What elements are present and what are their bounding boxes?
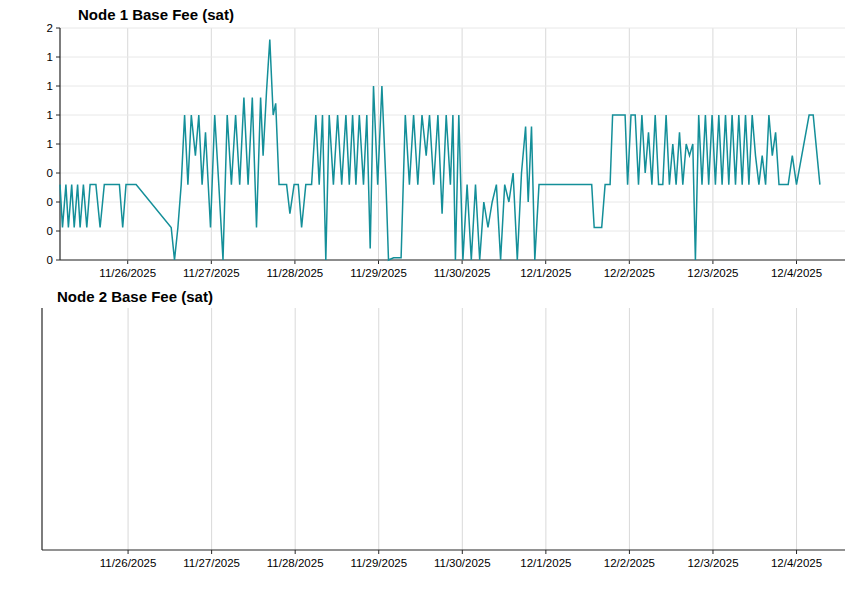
x-tick-label: 12/4/2025 [771, 557, 822, 569]
x-tick-label: 11/30/2025 [434, 557, 491, 569]
x-tick-label: 11/29/2025 [350, 557, 407, 569]
y-tick-label: 0 [47, 167, 53, 179]
y-tick-label: 1 [47, 138, 53, 150]
x-tick-label: 11/26/2025 [100, 557, 157, 569]
x-tick-label: 12/3/2025 [687, 557, 738, 569]
x-tick-label: 12/1/2025 [520, 557, 571, 569]
x-tick-label: 12/2/2025 [604, 267, 655, 279]
x-tick-label: 11/26/2025 [99, 267, 156, 279]
x-tick-label: 11/27/2025 [183, 557, 240, 569]
y-tick-label: 0 [47, 225, 53, 237]
y-tick-label: 1 [47, 51, 53, 63]
y-tick-label: 1 [47, 80, 53, 92]
x-tick-label: 11/30/2025 [434, 267, 491, 279]
y-tick-label: 0 [47, 196, 53, 208]
node1-plot: 11/26/202511/27/202511/28/202511/29/2025… [0, 0, 860, 285]
x-tick-label: 12/2/2025 [604, 557, 655, 569]
x-tick-label: 12/1/2025 [520, 267, 571, 279]
node2-chart: Node 2 Base Fee (sat) 11/26/202511/27/20… [0, 285, 860, 600]
x-tick-label: 12/4/2025 [771, 267, 822, 279]
x-tick-label: 12/3/2025 [687, 267, 738, 279]
y-tick-label: 0 [47, 254, 53, 266]
node2-plot: 11/26/202511/27/202511/28/202511/29/2025… [0, 285, 860, 600]
y-tick-label: 2 [47, 22, 53, 34]
node1-base-fee-line [60, 40, 820, 260]
node1-chart: Node 1 Base Fee (sat) 11/26/202511/27/20… [0, 0, 860, 285]
node2-chart-title: Node 2 Base Fee (sat) [57, 288, 213, 305]
x-tick-label: 11/28/2025 [267, 557, 324, 569]
node1-chart-title: Node 1 Base Fee (sat) [78, 6, 234, 23]
x-tick-label: 11/28/2025 [267, 267, 324, 279]
x-tick-label: 11/29/2025 [350, 267, 407, 279]
x-tick-label: 11/27/2025 [183, 267, 240, 279]
y-tick-label: 1 [47, 109, 53, 121]
